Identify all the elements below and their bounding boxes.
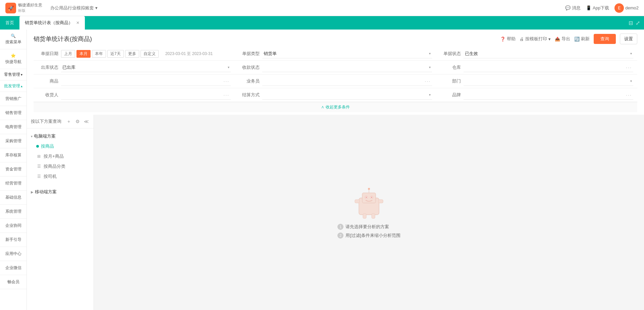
- logo-icon: 🚀: [5, 3, 16, 13]
- dept-input[interactable]: ▾: [464, 76, 633, 86]
- sidebar-item-purchase[interactable]: 采购管理: [0, 134, 26, 148]
- payment-status-input[interactable]: ▾: [262, 63, 432, 72]
- quicknav-icon: ⭐: [11, 53, 16, 58]
- date-btn-this-month[interactable]: 本月: [76, 50, 91, 58]
- scheme-settings-btn[interactable]: ⚙: [74, 118, 81, 125]
- sidebar-item-enterprise[interactable]: 企业协同: [0, 219, 26, 233]
- date-btn-custom[interactable]: 自定义: [141, 50, 159, 58]
- workspace-selector[interactable]: 办公用品行业模拟账套 ▾: [50, 5, 98, 11]
- sidebar-item-marketing[interactable]: 营销推广: [0, 92, 26, 106]
- salesman-input[interactable]: ···: [262, 76, 432, 86]
- collapse-bar[interactable]: ∧ 收起更多条件: [34, 102, 637, 112]
- filter-panel: 单据日期 上月 本月 本年 近7天 更多 自定义 2023-03-01 至 20…: [27, 47, 644, 115]
- sidebar-item-sales[interactable]: 销售管理: [0, 106, 26, 120]
- brand-input[interactable]: ···: [464, 90, 633, 100]
- filter-brand: 品牌 ···: [436, 88, 637, 102]
- doc-status-input[interactable]: 已生效 ▾: [464, 49, 633, 58]
- driver-icon: ☰: [36, 174, 42, 179]
- sidebar-item-basic-info[interactable]: 基础信息: [0, 191, 26, 205]
- stock-status-input[interactable]: 已出库 ▾: [61, 63, 231, 72]
- print-btn[interactable]: 🖨 按模板打印 ▾: [520, 36, 551, 42]
- refresh-btn[interactable]: 🔄 刷新: [574, 36, 590, 42]
- warehouse-input[interactable]: ···: [464, 63, 633, 72]
- logo-text: 畅捷通好生意: [18, 3, 42, 8]
- page-header: 销货单统计表(按商品) ❓ 帮助 🖨 按模板打印 ▾ 📤 导出: [27, 30, 644, 115]
- sidebar-item-wechat[interactable]: 企业微信: [0, 261, 26, 275]
- export-btn[interactable]: 📤 导出: [555, 36, 570, 42]
- sidebar-item-retail[interactable]: 零售管理 ▾: [0, 69, 26, 81]
- tab-minimize-icon[interactable]: ⊟: [629, 20, 633, 26]
- add-icon: +: [67, 119, 70, 124]
- sidebar-item-operations[interactable]: 经营管理: [0, 176, 26, 191]
- filter-goods: 商品 ···: [34, 74, 235, 88]
- scheme-item-by-driver[interactable]: ☰ 按司机: [27, 171, 94, 182]
- scheme-collapse-btn[interactable]: ≪: [83, 118, 90, 125]
- date-btn-more[interactable]: 更多: [125, 50, 139, 58]
- filter-date: 单据日期 上月 本月 本年 近7天 更多 自定义 2023-03-01 至 20…: [34, 47, 235, 60]
- help-btn[interactable]: ❓ 帮助: [500, 36, 516, 42]
- svg-rect-8: [355, 200, 360, 203]
- sidebar-item-newguide[interactable]: 新手引导: [0, 233, 26, 247]
- sidebar-item-system[interactable]: 系统管理: [0, 205, 26, 219]
- query-button[interactable]: 查询: [594, 34, 616, 44]
- tab-report[interactable]: 销货单统计表（按商品） ✕: [19, 16, 85, 30]
- date-btn-7days[interactable]: 近7天: [107, 50, 124, 58]
- filter-doc-status: 单据状态 已生效 ▾: [436, 47, 637, 60]
- left-panel-header: 按以下方案查询 + ⚙ ≪: [27, 115, 94, 128]
- svg-point-11: [368, 188, 370, 190]
- filter-warehouse: 仓库 ···: [436, 61, 637, 74]
- sidebar-item-wholesale[interactable]: 批发管理 ▴: [0, 81, 26, 92]
- app-download-nav[interactable]: 📱 App下载: [586, 5, 609, 11]
- empty-illustration: [349, 186, 389, 220]
- svg-rect-9: [378, 200, 383, 203]
- goods-input[interactable]: ···: [61, 76, 231, 86]
- doc-status-arrow-icon: ▾: [630, 52, 632, 55]
- message-icon: 💬: [565, 5, 571, 10]
- tab-close-icon[interactable]: ✕: [76, 20, 79, 25]
- receiver-input[interactable]: ···: [61, 90, 231, 100]
- bottom-section: 按以下方案查询 + ⚙ ≪ ▾: [27, 115, 644, 310]
- settlement-input[interactable]: ▾: [262, 90, 432, 100]
- sidebar-item-finance[interactable]: 资金管理: [0, 162, 26, 176]
- svg-rect-6: [363, 214, 366, 218]
- date-btn-last-month[interactable]: 上月: [61, 50, 75, 58]
- tip-num-1: 1: [337, 224, 343, 230]
- user-nav[interactable]: E demo2: [614, 3, 639, 13]
- sidebar-item-ecommerce[interactable]: 电商管理: [0, 120, 26, 134]
- settings-icon: ⚙: [75, 119, 80, 124]
- tab-actions: ⊟ ⤢: [629, 20, 644, 26]
- settings-button[interactable]: 设置: [620, 34, 637, 44]
- sidebar-item-inventory[interactable]: 库存核算: [0, 148, 26, 162]
- mobile-scheme-arrow-icon: ▶: [31, 190, 34, 194]
- date-btn-this-year[interactable]: 本年: [92, 50, 106, 58]
- search-icon: 🔍: [11, 34, 16, 38]
- scheme-group-desktop[interactable]: ▾ 电脑端方案: [27, 131, 94, 141]
- filter-salesman: 业务员 ···: [235, 74, 436, 88]
- top-header: 🚀 畅捷通好生意 标版 办公用品行业模拟账套 ▾ 💬 消息 📱 App下载 E …: [0, 0, 644, 16]
- svg-point-4: [366, 197, 367, 198]
- tab-expand-icon[interactable]: ⤢: [636, 20, 640, 26]
- scheme-item-by-month-product[interactable]: ⊞ 按月+商品: [27, 151, 94, 161]
- sidebar-item-member[interactable]: 畅会员: [0, 275, 26, 289]
- sidebar: 🔍 搜索菜单 ⭐ 快捷导航 零售管理 ▾ 批发管理 ▴ 营销推广 销售管理 电商…: [0, 30, 27, 310]
- page-title-row: 销货单统计表(按商品) ❓ 帮助 🖨 按模板打印 ▾ 📤 导出: [27, 30, 644, 47]
- warehouse-dots-icon: ···: [626, 65, 632, 70]
- sidebar-item-quicknav[interactable]: ⭐ 快捷导航: [0, 49, 26, 69]
- content-area: 销货单统计表(按商品) ❓ 帮助 🖨 按模板打印 ▾ 📤 导出: [27, 30, 644, 310]
- doc-type-arrow-icon: ▾: [429, 52, 431, 55]
- top-left: 🚀 畅捷通好生意 标版 办公用品行业模拟账套 ▾: [5, 3, 98, 13]
- scheme-item-by-category[interactable]: ☰ 按商品分类: [27, 161, 94, 171]
- scheme-item-by-product[interactable]: 按商品: [27, 141, 94, 151]
- svg-rect-7: [372, 214, 375, 218]
- scheme-active-dot: [36, 145, 39, 148]
- svg-point-5: [371, 197, 372, 198]
- scheme-group-mobile[interactable]: ▶ 移动端方案: [27, 187, 94, 197]
- scheme-section-desktop: ▾ 电脑端方案 按商品 ⊞ 按月+商品 ☰ 按商品分类: [27, 128, 94, 184]
- sidebar-item-search[interactable]: 🔍 搜索菜单: [0, 30, 26, 49]
- doc-type-input[interactable]: 销货单 ▾: [262, 49, 432, 58]
- scheme-add-btn[interactable]: +: [65, 118, 72, 125]
- tab-home[interactable]: 首页: [0, 16, 19, 30]
- sidebar-item-appcenter[interactable]: 应用中心: [0, 247, 26, 261]
- tip-num-2: 2: [337, 232, 343, 239]
- message-nav[interactable]: 💬 消息: [565, 5, 581, 11]
